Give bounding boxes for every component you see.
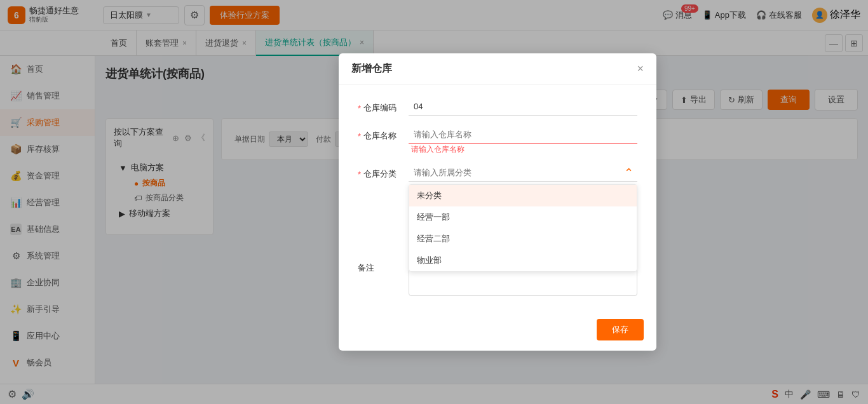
warehouse-name-input[interactable] xyxy=(409,126,637,144)
warehouse-code-input[interactable] xyxy=(409,98,637,116)
dropdown-item-dept2[interactable]: 经营二部 xyxy=(409,228,637,250)
modal-title: 新增仓库 xyxy=(351,62,392,76)
warehouse-name-label: * 仓库名称 xyxy=(358,126,409,142)
new-warehouse-modal: 新增仓库 × * 仓库编码 * 仓库名称 请输入仓库名称 * 仓库分类 xyxy=(339,53,656,351)
dropdown-item-uncategorized[interactable]: 未分类 xyxy=(409,185,637,206)
category-input[interactable] xyxy=(409,164,637,182)
dropdown-item-property[interactable]: 物业部 xyxy=(409,250,637,271)
warehouse-category-row: * 仓库分类 ⌃ 未分类 经营一部 经营二部 物业部 xyxy=(358,164,637,182)
modal-close-btn[interactable]: × xyxy=(637,62,644,76)
warehouse-name-row: * 仓库名称 请输入仓库名称 xyxy=(358,126,637,144)
required-star-3: * xyxy=(358,170,361,179)
category-dropdown: 未分类 经营一部 经营二部 物业部 xyxy=(409,184,637,272)
warehouse-name-error-msg: 请输入仓库名称 xyxy=(411,144,465,155)
required-star-1: * xyxy=(358,104,361,113)
modal-footer: 保存 xyxy=(339,319,656,340)
warehouse-code-label: * 仓库编码 xyxy=(358,98,409,114)
modal-body: * 仓库编码 * 仓库名称 请输入仓库名称 * 仓库分类 ⌃ xyxy=(339,85,656,319)
save-button[interactable]: 保存 xyxy=(597,319,644,340)
required-star-2: * xyxy=(358,131,361,141)
warehouse-category-label: * 仓库分类 xyxy=(358,164,409,180)
category-wrapper: ⌃ 未分类 经营一部 经营二部 物业部 xyxy=(409,164,637,182)
dropdown-item-dept1[interactable]: 经营一部 xyxy=(409,206,637,228)
modal-header: 新增仓库 × xyxy=(339,53,656,85)
category-toggle-icon[interactable]: ⌃ xyxy=(624,166,634,180)
remark-label: 备注 xyxy=(358,258,409,274)
warehouse-code-row: * 仓库编码 xyxy=(358,98,637,116)
